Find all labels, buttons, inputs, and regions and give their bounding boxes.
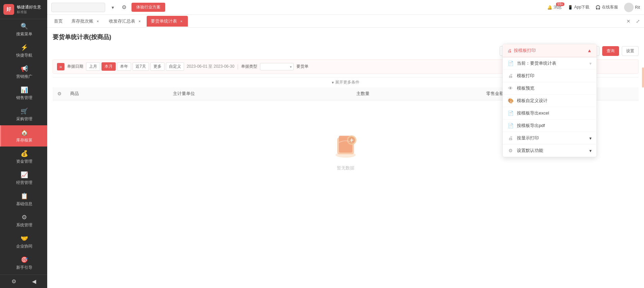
table-settings-icon[interactable]: ⚙ [57,91,62,96]
user-avatar [624,3,634,12]
topbar-settings-btn[interactable]: ⚙ [120,3,128,11]
tab-window-controls: ✕ ⤢ [625,18,641,25]
date-7days-btn[interactable]: 近7天 [133,62,149,71]
dropdown-close-btn[interactable]: ▲ [587,48,592,53]
topbar-trial-btn[interactable]: 体验行业方案 [131,3,165,12]
date-more-btn[interactable]: 更多 [150,62,165,71]
main-area: ▾ ⚙ 体验行业方案 🔔 消息 99+ 📱 App下载 🎧 在线客服 Rit [47,0,644,288]
empty-illustration [329,127,362,161]
order-type-label: 单据类型 [241,64,257,69]
date-range-display: 2023-06-01 至 2023-06-30 [187,64,234,69]
tab-income-summary[interactable]: 收发存汇总表× [105,16,146,27]
sidebar-item-operations[interactable]: 📈 经营管理 [0,168,47,189]
template-print-icon: 🖨 [507,73,514,78]
topbar-app-download[interactable]: 📱 App下载 [568,4,589,10]
dropdown-set-default[interactable]: ⚙ 设置默认功能 ▾ [503,145,596,157]
content-area: 要货单统计表(按商品) 🖨 按模板打印 ▲ ⋯ ↗ 导出 ↻ 刷新 [47,28,644,288]
table-col-product: 商品 [66,87,169,100]
tab-minimize-btn[interactable]: ✕ [625,18,632,25]
marketing-label: 营销推广 [16,74,32,79]
topbar-online-service[interactable]: 🎧 在线客服 [595,4,618,10]
date-filter-label: 单据日期 [67,64,83,69]
sidebar-item-guide[interactable]: 🎯 新手引导 [0,253,47,274]
sidebar-item-finance[interactable]: 💰 资金管理 [0,147,47,168]
dropdown-current-template[interactable]: 📄 当前：要货单统计表 ▾ [503,57,596,70]
dropdown-display-print[interactable]: 🖨 按显示打印 ▾ [503,132,596,145]
app-logo: 好 [3,4,14,15]
tab-order-stats[interactable]: 要货单统计表× [147,16,188,27]
tab-expand-btn[interactable]: ⤢ [635,18,641,25]
right-scrollbar[interactable] [642,67,644,88]
order-type-select[interactable] [260,63,294,70]
tab-order-stats-label: 要货单统计表 [151,18,177,24]
set-default-icon: ⚙ [507,148,514,153]
topbar-message[interactable]: 🔔 消息 99+ [547,4,562,10]
operations-label: 经营管理 [16,180,32,186]
tab-home[interactable]: 首页 [50,16,67,27]
sidebar-collapse-btn[interactable]: ◀ [32,278,36,285]
tab-batch-account-close[interactable]: × [95,19,100,24]
table-header-settings: ⚙ [53,87,66,100]
sidebar-item-inventory[interactable]: 🏠 库存核算 [0,125,47,147]
expand-more-label: 展开更多条件 [335,79,359,85]
export-excel-label: 按模板导出excel [517,110,549,116]
export-excel-icon: 📄 [507,110,514,116]
inventory-icon: 🏠 [21,129,28,136]
purchase-label: 采购管理 [16,116,32,122]
table-col-qty: 主数量 [352,87,482,100]
system-label: 系统管理 [16,222,32,228]
tab-order-stats-close[interactable]: × [179,19,184,24]
sidebar-item-sales[interactable]: 📊 销售管理 [0,83,47,104]
guide-icon: 🎯 [21,256,28,263]
template-preview-label: 模板预览 [517,85,534,91]
set-default-arrow: ▾ [589,148,592,153]
base-label: 基础信息 [16,201,32,207]
topbar-dropdown-btn[interactable]: ▾ [109,3,117,11]
sidebar-item-base[interactable]: 📋 基础信息 [0,189,47,210]
tab-home-label: 首页 [54,18,63,24]
sidebar-item-purchase[interactable]: 🛒 采购管理 [0,104,47,125]
tab-income-summary-close[interactable]: × [137,19,142,24]
export-pdf-label: 按模板导出pdf [517,123,545,129]
filter-divider-1: | [237,64,238,70]
date-custom-btn[interactable]: 自定义 [166,62,184,71]
display-print-icon: 🖨 [507,135,514,141]
sidebar-item-search[interactable]: 🔍 搜索菜单 [0,19,47,40]
template-design-label: 模板自定义设计 [517,98,548,104]
sidebar-item-enterprise[interactable]: 🤝 企业协同 [0,231,47,253]
date-last-month-btn[interactable]: 上月 [86,62,100,71]
dropdown-item-template-print[interactable]: 🖨 模板打印 [503,70,596,82]
page-title: 要货单统计表(按商品) [53,33,639,41]
topbar-user[interactable]: Rit [624,3,640,12]
tab-batch-account[interactable]: 库存批次账× [67,16,104,27]
filter-expand-icon-btn[interactable]: » [57,63,64,70]
settings-btn[interactable]: 设置 [622,46,639,56]
dropdown-item-template-design[interactable]: 🎨 模板自定义设计 [503,95,596,107]
marketing-icon: 📢 [21,65,28,72]
purchase-icon: 🛒 [21,107,28,115]
current-template-label: 当前：要货单统计表 [517,60,556,66]
query-btn[interactable]: 查询 [602,46,619,56]
dropdown-item-export-pdf[interactable]: 📄 按模板导出pdf [503,120,596,132]
print-dropdown-popup: 🖨 按模板打印 ▲ 📄 当前：要货单统计表 ▾ 🖨 模板打印 👁 模板预览 🎨 … [502,44,597,157]
sidebar-item-marketing[interactable]: 📢 营销推广 [0,62,47,83]
date-this-year-btn[interactable]: 本年 [117,62,131,71]
settings-label: 设置 [626,48,634,54]
tab-bar: 首页库存批次账×收发存汇总表×要货单统计表× ✕ ⤢ [47,15,644,28]
online-service-icon: 🎧 [595,5,601,10]
sidebar-settings-btn[interactable]: ⚙ [11,278,16,285]
tab-batch-account-label: 库存批次账 [71,18,93,24]
set-default-label: 设置默认功能 [517,148,543,154]
topbar-search-input[interactable] [51,3,105,12]
dropdown-title-label: 按模板打印 [514,47,536,54]
sidebar-header: 好 畅捷通好生意 标准版 [0,0,47,19]
dropdown-item-export-excel[interactable]: 📄 按模板导出excel [503,107,596,120]
tab-income-summary-label: 收发存汇总表 [109,18,135,24]
display-print-label: 按显示打印 [517,135,539,141]
quick-nav-label: 快捷导航 [16,53,32,58]
date-this-month-btn[interactable]: 本月 [101,62,116,71]
sidebar-item-system[interactable]: ⚙ 系统管理 [0,210,47,231]
sidebar-item-quick-nav[interactable]: ⚡ 快捷导航 [0,40,47,62]
dropdown-item-template-preview[interactable]: 👁 模板预览 [503,82,596,95]
quick-nav-icon: ⚡ [21,44,28,51]
